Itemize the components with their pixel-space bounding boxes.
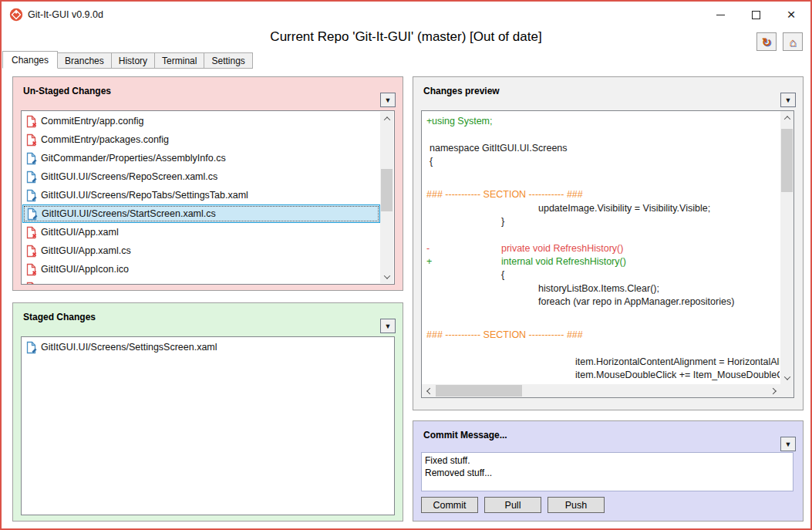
file-row[interactable]: CommitEntry/app.config [22,112,380,130]
close-button[interactable]: × [773,3,809,26]
unstaged-vertical-scrollbar[interactable] [380,112,393,283]
diff-line-ctx: { [423,155,780,168]
file-name: GitItGUI.UI/Screens/RepoTabs/SettingsTab… [41,190,248,201]
push-button[interactable]: Push [548,497,605,513]
diff-code-text: using System; [432,115,493,128]
file-row[interactable]: GitCommander/Properties/AssemblyInfo.cs [22,149,380,167]
file-row[interactable]: GitItGUI/AppSettings.Resources.xaml [22,279,380,284]
diff-line-ctx: item.MouseDoubleClick += Item_MouseDoubl… [423,369,780,382]
home-button[interactable]: ⌂ [783,32,803,51]
file-name: GitItGUI.UI/Screens/SettingsScreen.xaml [41,342,217,353]
file-row[interactable]: GitItGUI.UI/Screens/RepoScreen.xaml.cs [22,167,380,186]
diff-line-add: +using System; [423,115,780,128]
file-name: CommitEntry/app.config [41,116,143,127]
diff-preview: +using System; namespace GitItGUI.UI.Scr… [421,110,794,398]
staged-file-list: GitItGUI.UI/Screens/SettingsScreen.xaml [21,336,395,515]
chevron-down-icon: ▼ [385,322,392,330]
staged-dropdown-button[interactable]: ▼ [380,319,396,333]
file-row[interactable]: GitItGUI/AppIcon.ico [22,260,380,279]
commit-button[interactable]: Commit [421,497,478,513]
scroll-down-icon[interactable] [780,371,793,384]
file-name: GitItGUI/AppIcon.ico [41,264,129,275]
diff-code-text: namespace GitItGUI.UI.Screens [430,142,568,155]
scrollbar-thumb[interactable] [381,169,393,211]
file-row[interactable]: GitItGUI/App.xaml [22,223,380,241]
file-row[interactable]: GitItGUI.UI/Screens/StartScreen.xaml.cs [22,204,380,223]
scroll-right-icon[interactable] [767,384,780,397]
diff-line-blank [423,309,780,322]
current-repo-title: Current Repo 'Git-It-GUI' (master) [Out … [2,29,810,45]
chevron-down-icon: ▼ [785,96,792,104]
maximize-button[interactable] [738,3,773,26]
deleted-file-icon [25,133,41,147]
deleted-file-icon [25,226,41,239]
tab-bar: Changes Branches History Terminal Settin… [3,51,253,69]
staged-changes-panel: Staged Changes ▼ GitItGUI.UI/Screens/Set… [12,302,403,522]
commit-dropdown-button[interactable]: ▼ [780,437,796,451]
scroll-down-icon[interactable] [380,270,393,283]
diff-line-section: ### ----------- SECTION ----------- ### [423,329,780,342]
scroll-up-icon[interactable] [780,111,793,124]
home-icon: ⌂ [789,36,796,48]
preview-vertical-scrollbar[interactable] [780,111,793,384]
diff-line-add: +item.ContextMenu = new ContextMenu(); [423,383,780,383]
deleted-file-icon [25,263,41,276]
diff-code-text: internal void RefreshHistory() [501,255,626,268]
file-name: GitItGUI.UI/Screens/RepoScreen.xaml.cs [41,171,217,182]
titlebar: Git-It-GUI v0.9.0d × [3,3,809,26]
modified-file-icon [25,341,41,354]
chevron-down-icon: ▼ [785,441,792,448]
diff-line-blank [423,168,780,181]
file-name: GitItGUI/App.xaml.cs [41,245,131,256]
file-name: GitItGUI.UI/Screens/StartScreen.xaml.cs [42,208,216,219]
close-icon: × [787,7,795,22]
tab-terminal[interactable]: Terminal [154,52,204,69]
tab-branches[interactable]: Branches [57,52,112,69]
unstaged-dropdown-button[interactable]: ▼ [380,93,396,107]
diff-text-area[interactable]: +using System; namespace GitItGUI.UI.Scr… [423,112,780,383]
refresh-icon: ↻ [762,36,772,48]
file-name: GitItGUI/App.xaml [41,227,119,238]
minimize-icon [716,15,725,15]
tab-history[interactable]: History [111,52,155,69]
scrollbar-thumb[interactable] [436,385,522,397]
file-name: GitCommander/Properties/AssemblyInfo.cs [41,153,226,164]
diff-line-ctx: } [423,215,780,228]
diff-line-blank [423,228,780,241]
file-name: GitItGUI/AppSettings.Resources.xaml [41,282,202,284]
modified-file-icon [25,208,42,221]
tab-changes[interactable]: Changes [2,51,58,69]
pull-button[interactable]: Pull [484,497,541,513]
diff-line-ctx: item.HorizontalContentAlignment = Horizo… [423,356,780,369]
diff-code-text: item.HorizontalContentAlignment = Horizo… [575,356,780,369]
diff-code-text: ### ----------- SECTION ----------- ### [426,329,583,342]
file-row[interactable]: GitItGUI.UI/Screens/RepoTabs/SettingsTab… [22,186,380,204]
modified-file-icon [25,152,41,165]
preview-horizontal-scrollbar[interactable] [422,384,780,397]
unstaged-panel-title: Un-Staged Changes [23,86,111,96]
modified-file-icon [25,170,41,184]
scroll-left-icon[interactable] [422,384,435,397]
scrollbar-thumb[interactable] [781,129,793,192]
scroll-up-icon[interactable] [380,112,393,125]
file-row[interactable]: GitItGUI/App.xaml.cs [22,241,380,260]
tab-settings[interactable]: Settings [204,52,252,69]
diff-line-add: +internal void RefreshHistory() [423,255,780,268]
minimize-button[interactable] [702,3,738,26]
diff-line-del: -private void RefreshHistory() [423,242,780,255]
app-logo-icon [9,8,23,22]
commit-message-input[interactable]: Fixed stuff. Removed stuff... [421,452,793,491]
file-row[interactable]: GitItGUI.UI/Screens/SettingsScreen.xaml [22,338,393,356]
modified-file-icon [25,189,41,202]
diff-line-ctx: updateImage.Visibility = Visibility.Visi… [423,202,780,215]
file-row[interactable]: CommitEntry/packages.config [22,130,380,149]
preview-dropdown-button[interactable]: ▼ [780,93,796,107]
diff-marker: - [426,242,430,255]
diff-code-text: } [501,215,504,228]
preview-panel-title: Changes preview [423,86,500,96]
refresh-button[interactable]: ↻ [756,32,777,51]
deleted-file-icon [25,245,41,258]
unstaged-changes-panel: Un-Staged Changes ▼ CommitEntry/app.conf… [12,76,403,291]
diff-line-blank [423,343,780,356]
diff-code-text: { [501,268,504,282]
